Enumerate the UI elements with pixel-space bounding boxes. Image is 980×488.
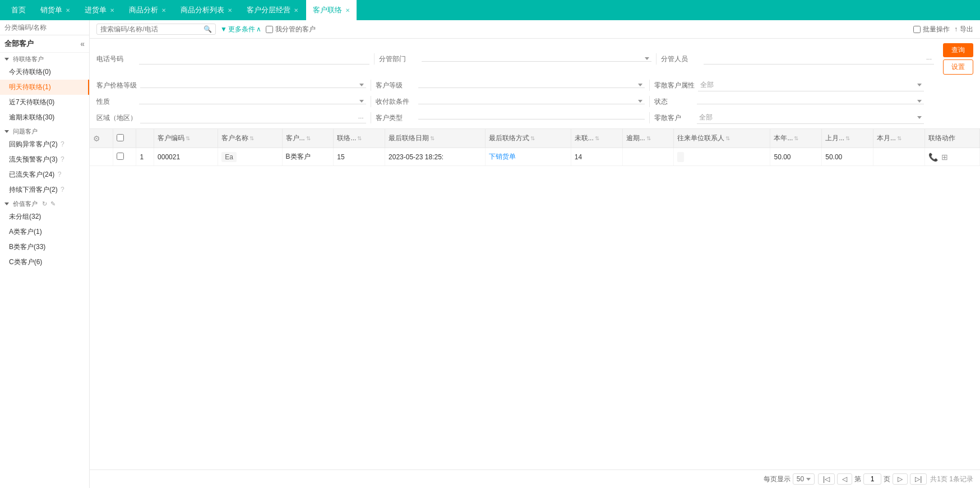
col-this-year: 本年...⇅: [770, 129, 822, 148]
nav-item-product-analysis-list[interactable]: 商品分析列表 ✕: [174, 0, 239, 20]
phone-action-icon[interactable]: 📞: [928, 153, 938, 162]
col-name: 客户名称⇅: [218, 129, 282, 148]
sidebar-item-repurchase[interactable]: 回购异常客户(2) ?: [0, 137, 89, 152]
close-icon[interactable]: ✕: [110, 7, 114, 13]
nav-item-purchase[interactable]: 进货单 ✕: [78, 0, 121, 20]
export-btn[interactable]: ↑ 导出: [954, 25, 973, 34]
value-section-title: 价值客户 ↻ ✎: [0, 197, 89, 209]
sidebar-item-lost[interactable]: 流失预警客户(3) ?: [0, 152, 89, 167]
col-uncontacted: 未联...⇅: [571, 129, 622, 148]
my-customers-checkbox[interactable]: [266, 26, 273, 33]
cell-uncontacted: 14: [571, 148, 622, 166]
sidebar-item-week[interactable]: 近7天待联络(0): [0, 95, 89, 110]
nav-item-customer-segmentation[interactable]: 客户分层经营 ✕: [240, 0, 305, 20]
sort-icon[interactable]: ⇅: [186, 135, 190, 141]
close-icon[interactable]: ✕: [161, 7, 166, 13]
cell-unit-contact: [674, 148, 770, 166]
sidebar-item-churned[interactable]: 已流失客户(24) ?: [0, 167, 89, 182]
sidebar-item-declining[interactable]: 持续下滑客户(2) ?: [0, 182, 89, 197]
sort-icon[interactable]: ⇅: [530, 135, 535, 141]
phone-input[interactable]: [139, 54, 369, 65]
more-icon[interactable]: ···: [926, 55, 932, 63]
cell-gear: [90, 148, 113, 166]
sidebar-item-b-class[interactable]: B类客户(33): [0, 240, 89, 255]
search-input[interactable]: [100, 25, 201, 33]
filter-dept: 分管部门: [379, 54, 652, 64]
filter-row-4: 区域（地区） ··· 客户类型 零散客户: [96, 112, 973, 124]
filter-actions: 查询 设置: [943, 43, 973, 75]
more-conditions-btn[interactable]: ▼ 更多条件 ∧: [220, 25, 261, 34]
row-checkbox[interactable]: [117, 153, 124, 160]
first-page-btn[interactable]: |◁: [818, 473, 835, 485]
retail-customer-select[interactable]: 全部: [697, 112, 924, 124]
prev-page-btn[interactable]: ◁: [837, 473, 852, 485]
collapse-icon[interactable]: «: [80, 39, 85, 48]
main-layout: 🔍 全部客户 « 待联络客户 今天待联络(0) 明天待联络(1) 近7天待联络(…: [0, 20, 980, 488]
sidebar-item-c-class[interactable]: C类客户(6): [0, 255, 89, 270]
page-input[interactable]: [863, 473, 881, 485]
customer-grade-select[interactable]: [418, 82, 645, 88]
sidebar-item-today[interactable]: 今天待联络(0): [0, 65, 89, 80]
person-select[interactable]: ···: [704, 54, 934, 65]
sidebar-item-tomorrow[interactable]: 明天待联络(1): [0, 80, 89, 95]
last-contact-link[interactable]: 下销货单: [489, 153, 516, 160]
sidebar-item-ungrouped[interactable]: 未分组(32): [0, 209, 89, 224]
nav-item-home[interactable]: 首页: [4, 0, 33, 20]
next-page-btn[interactable]: ▷: [893, 473, 908, 485]
table-row: 1 000021 Ea B类客户 15 2023-05-23 18:25: 下销…: [90, 148, 980, 166]
status-select[interactable]: [697, 99, 924, 104]
col-contact-action: 联络动作: [924, 129, 979, 148]
all-customers-header[interactable]: 全部客户 «: [0, 35, 89, 53]
divider: [371, 96, 371, 107]
select-all-checkbox[interactable]: [117, 134, 124, 141]
last-page-btn[interactable]: ▷|: [910, 473, 927, 485]
close-icon[interactable]: ✕: [294, 7, 298, 13]
close-icon[interactable]: ✕: [345, 7, 350, 13]
nav-item-sales[interactable]: 销货单 ✕: [34, 0, 77, 20]
nav-item-customer-contact[interactable]: 客户联络 ✕: [306, 0, 357, 20]
sort-icon[interactable]: ⇅: [794, 135, 798, 141]
gear-icon[interactable]: ⚙: [93, 134, 100, 143]
grid-action-icon[interactable]: ⊞: [941, 153, 948, 162]
cell-last-month: 50.00: [822, 148, 873, 166]
payment-select[interactable]: [418, 99, 645, 104]
chevron-down-icon: [645, 57, 649, 60]
sort-icon[interactable]: ⇅: [646, 135, 651, 141]
sort-icon[interactable]: ⇅: [897, 135, 902, 141]
filter-price-grade: 客户价格等级: [96, 81, 366, 90]
cell-this-month: [873, 148, 924, 166]
sidebar-item-overdue-contact[interactable]: 逾期未联络(30): [0, 110, 89, 125]
batch-ops-checkbox[interactable]: [913, 26, 921, 33]
sort-icon[interactable]: ⇅: [357, 135, 362, 141]
customer-type-select[interactable]: [418, 117, 645, 119]
my-customers-toggle[interactable]: 我分管的客户: [266, 25, 316, 34]
nature-select[interactable]: [139, 99, 366, 104]
page-size-select[interactable]: 50: [793, 473, 815, 485]
customer-table: ⚙ 客户编码⇅ 客户名称⇅ 客户...⇅ 联络...⇅: [90, 129, 980, 166]
sort-icon[interactable]: ⇅: [725, 135, 730, 141]
sidebar-item-a-class[interactable]: A类客户(1): [0, 224, 89, 240]
more-icon[interactable]: ···: [358, 114, 364, 122]
close-icon[interactable]: ✕: [228, 7, 232, 13]
price-grade-select[interactable]: [140, 82, 366, 88]
edit-icon[interactable]: ✎: [50, 200, 56, 208]
refresh-icon[interactable]: ↻: [42, 200, 47, 208]
sort-icon[interactable]: ⇅: [595, 135, 599, 141]
sort-icon[interactable]: ⇅: [306, 135, 311, 141]
chevron-icon: ∧: [256, 25, 261, 33]
dept-select[interactable]: [422, 56, 652, 62]
retail-attr-select[interactable]: 全部: [698, 79, 924, 91]
sort-icon[interactable]: ⇅: [249, 135, 254, 141]
region-select[interactable]: ···: [140, 113, 366, 123]
search-icon[interactable]: 🔍: [204, 25, 212, 33]
sort-icon[interactable]: ⇅: [430, 135, 434, 141]
batch-ops-btn[interactable]: 批量操作: [913, 25, 950, 34]
close-icon[interactable]: ✕: [66, 7, 70, 13]
sidebar-search-input[interactable]: [4, 24, 89, 31]
reset-button[interactable]: 设置: [943, 59, 973, 75]
action-icons: 📞 ⊞: [928, 153, 976, 162]
nav-item-product-analysis[interactable]: 商品分析 ✕: [122, 0, 173, 20]
sort-icon[interactable]: ⇅: [845, 135, 850, 141]
query-button[interactable]: 查询: [943, 43, 973, 57]
cell-code: 000021: [154, 148, 218, 166]
